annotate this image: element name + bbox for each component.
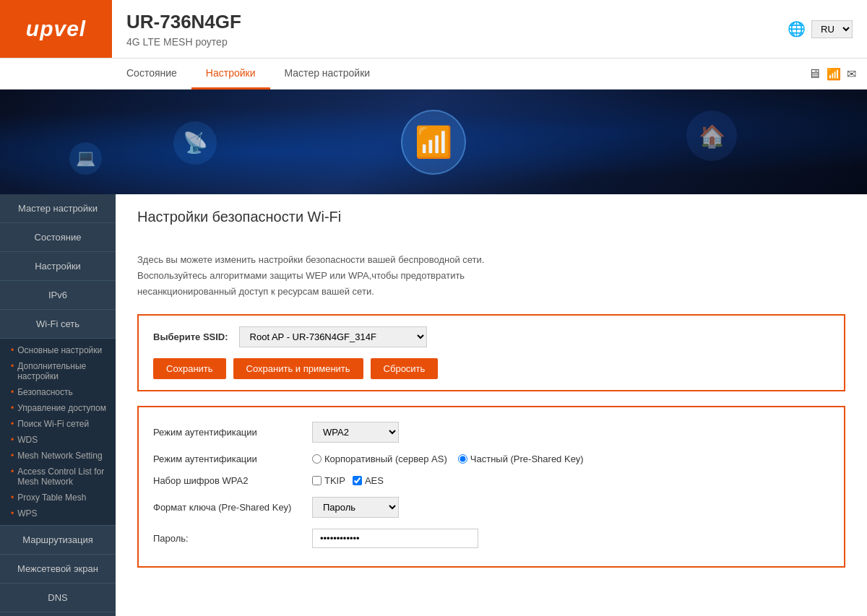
globe-icon: 🌐 [788, 20, 806, 38]
sidebar-item-wifi[interactable]: Wi-Fi сеть [0, 310, 116, 339]
password-input[interactable] [312, 529, 478, 548]
sidebar-subitem-mesh-network[interactable]: • Mesh Network Setting [0, 448, 116, 464]
key-format-row: Формат ключа (Pre-Shared Key) Пароль Hex [153, 497, 829, 518]
sidebar-item-firewall[interactable]: Межсетевой экран [0, 555, 116, 584]
banner: 📡 📶 🏠 💻 [0, 90, 867, 194]
sidebar-item-service[interactable]: Сервис [0, 612, 116, 616]
page-description: Здесь вы можете изменить настройки безоп… [137, 236, 845, 300]
email-icon: ✉ [847, 67, 856, 81]
sidebar-subitem-proxy-table[interactable]: • Proxy Table Mesh [0, 490, 116, 506]
auth-type-options: Корпоративный (сервер AS) Частный (Pre-S… [312, 454, 584, 464]
page-title: Настройки безопасности Wi-Fi [137, 209, 845, 225]
save-button[interactable]: Сохранить [153, 358, 226, 379]
radio-enterprise-input[interactable] [312, 454, 322, 464]
sidebar-subitem-wps[interactable]: • WPS [0, 506, 116, 521]
nav-item-wizard[interactable]: Мастер настройки [270, 58, 385, 89]
ssid-select[interactable]: Root AP - UR-736N4GF_314F [239, 326, 427, 347]
radio-enterprise[interactable]: Корпоративный (сервер AS) [312, 454, 447, 464]
wifi-circle-left: 📡 [183, 131, 208, 155]
logo-area: upvel [0, 0, 112, 58]
sidebar-subitem-advanced[interactable]: • Дополнительные настройки [0, 358, 116, 384]
checkbox-aes-input[interactable] [353, 476, 362, 485]
sidebar-item-status[interactable]: Состояние [0, 223, 116, 252]
checkbox-aes[interactable]: AES [353, 475, 384, 486]
key-format-select[interactable]: Пароль Hex [312, 497, 399, 518]
save-apply-button[interactable]: Сохранить и применить [233, 358, 363, 379]
auth-mode-select[interactable]: WPA2 WPA WEP None [312, 422, 399, 443]
banner-wifi-icon: 📶 [401, 110, 466, 175]
signal-icon: 📶 [827, 67, 841, 81]
nav-item-settings[interactable]: Настройки [191, 58, 270, 90]
sidebar-item-routing[interactable]: Маршрутизация [0, 525, 116, 555]
sidebar-subitem-scan[interactable]: • Поиск Wi-Fi сетей [0, 416, 116, 432]
banner-device-icon: 💻 [76, 149, 95, 168]
sidebar-subitem-security[interactable]: • Безопасность [0, 384, 116, 400]
key-format-label: Формат ключа (Pre-Shared Key) [153, 502, 312, 513]
cipher-label: Набор шифров WPA2 [153, 475, 312, 486]
cipher-row: Набор шифров WPA2 TKIP AES [153, 475, 829, 486]
password-label: Пароль: [153, 533, 312, 544]
sidebar-subitem-access-control-mesh[interactable]: • Access Control List for Mesh Network [0, 464, 116, 490]
radio-personal-input[interactable] [458, 454, 467, 464]
reset-button[interactable]: Сбросить [371, 358, 439, 379]
sidebar-item-ipv6[interactable]: IPv6 [0, 281, 116, 310]
checkbox-tkip[interactable]: TKIP [312, 475, 345, 486]
monitor-icon: 🖥 [808, 66, 821, 82]
auth-type-row: Режим аутентификации Корпоративный (серв… [153, 454, 829, 464]
ssid-label: Выберите SSID: [153, 331, 228, 342]
device-subtitle: 4G LTE MESH роутер [126, 36, 241, 48]
content-area: Настройки безопасности Wi-Fi Здесь вы мо… [116, 194, 867, 616]
cipher-options: TKIP AES [312, 475, 384, 486]
sidebar: Мастер настройки Состояние Настройки IPv… [0, 194, 116, 616]
sidebar-item-wizard[interactable]: Мастер настройки [0, 194, 116, 223]
button-row: Сохранить Сохранить и применить Сбросить [153, 358, 829, 379]
sidebar-item-dns[interactable]: DNS [0, 584, 116, 612]
password-row: Пароль: [153, 529, 829, 548]
ssid-box: Выберите SSID: Root AP - UR-736N4GF_314F… [137, 314, 845, 391]
sidebar-item-settings[interactable]: Настройки [0, 252, 116, 281]
auth-type-label: Режим аутентификации [153, 454, 312, 464]
settings-box: Режим аутентификации WPA2 WPA WEP None Р… [137, 406, 845, 568]
banner-home-icon: 🏠 [699, 123, 725, 149]
checkbox-tkip-input[interactable] [312, 476, 322, 485]
logo-text: upvel [26, 17, 86, 41]
nav-item-status[interactable]: Состояние [112, 58, 191, 89]
sidebar-subitem-access-control[interactable]: • Управление доступом [0, 400, 116, 416]
device-name: UR-736N4GF [126, 11, 241, 33]
sidebar-section-wifi: • Основные настройки • Дополнительные на… [0, 339, 116, 525]
lang-select[interactable]: RU EN [811, 20, 853, 38]
sidebar-subitem-wds[interactable]: • WDS [0, 432, 116, 448]
radio-personal[interactable]: Частный (Pre-Shared Key) [458, 454, 584, 464]
auth-mode-label: Режим аутентификации [153, 427, 312, 438]
sidebar-subitem-basic[interactable]: • Основные настройки [0, 342, 116, 358]
auth-mode-row: Режим аутентификации WPA2 WPA WEP None [153, 422, 829, 443]
